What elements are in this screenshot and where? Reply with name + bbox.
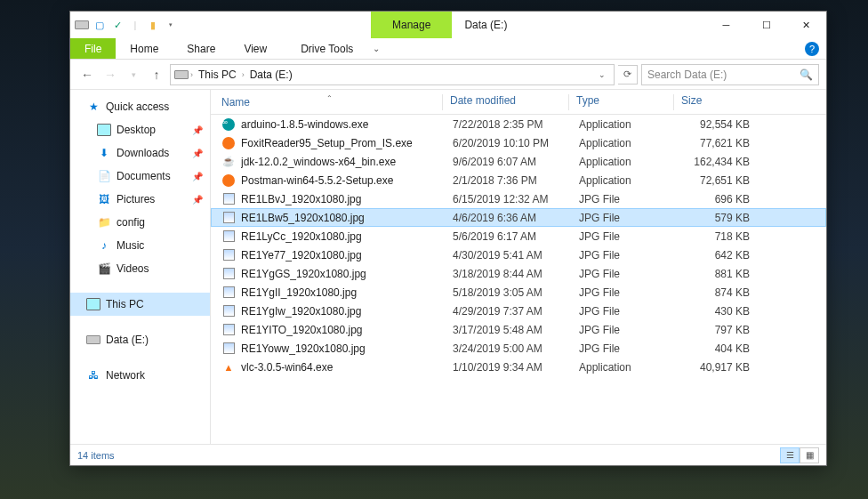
file-row[interactable]: RE1YgII_1920x1080.jpg5/18/2019 3:05 AMJP… [211,283,826,302]
file-row[interactable]: RE1YgGS_1920x1080.jpg3/18/2019 8:44 AMJP… [211,264,826,283]
address-dropdown-icon[interactable]: ⌄ [594,70,610,79]
view-tab[interactable]: View [229,38,281,59]
refresh-button[interactable]: ⟳ [618,65,638,85]
dropdown-icon[interactable]: ▾ [163,17,179,33]
file-date: 1/10/2019 9:34 AM [453,361,579,374]
drive-tools-tab[interactable]: Drive Tools [286,38,367,59]
file-row[interactable]: ∞arduino-1.8.5-windows.exe7/22/2018 2:35… [211,115,826,133]
file-tab[interactable]: File [70,38,116,59]
up-button[interactable]: ↑ [147,65,166,85]
file-name: vlc-3.0.5-win64.exe [241,361,453,374]
file-date: 4/6/2019 6:36 AM [453,212,579,224]
music-icon: ♪ [97,238,111,253]
file-name: jdk-12.0.2_windows-x64_bin.exe [241,156,453,168]
breadcrumb-pc[interactable]: This PC [195,68,240,81]
drive-icon [174,68,189,82]
collapse-ribbon-icon[interactable]: ⌄ [367,38,385,59]
image-file-icon [221,342,236,356]
file-row[interactable]: RE1YITO_1920x1080.jpg3/17/2019 5:48 AMJP… [211,320,826,339]
minimize-button[interactable]: ─ [706,12,746,38]
help-icon[interactable]: ? [805,42,819,56]
file-row[interactable]: Postman-win64-5.5.2-Setup.exe2/1/2018 7:… [211,171,826,189]
file-size: 696 KB [684,193,750,205]
postman-icon [221,173,236,188]
window-title: Data (E:) [452,12,519,38]
separator: | [127,17,143,33]
file-row[interactable]: ☕jdk-12.0.2_windows-x64_bin.exe9/6/2019 … [211,152,826,171]
file-name: RE1Yoww_1920x1080.jpg [241,342,453,355]
file-size: 162,434 KB [684,156,750,168]
pin-icon: 📌 [192,125,203,135]
nav-item-label: config [117,216,145,229]
nav-item-downloads[interactable]: ⬇Downloads📌 [70,141,210,165]
file-row[interactable]: FoxitReader95_Setup_Prom_IS.exe6/20/2019… [211,133,826,152]
forward-button[interactable]: → [100,65,120,85]
file-row[interactable]: RE1LyCc_1920x1080.jpg5/6/2019 6:17 AMJPG… [211,227,826,245]
vlc-icon: ▲ [221,360,236,374]
file-row[interactable]: RE1Ye77_1920x1080.jpg4/30/2019 5:41 AMJP… [211,245,826,264]
column-header-date[interactable]: Date modified [442,94,568,110]
file-name: Postman-win64-5.5.2-Setup.exe [241,174,453,187]
nav-network[interactable]: 🖧 Network [70,364,210,387]
nav-data-drive[interactable]: Data (E:) [70,328,210,351]
manage-contextual-tab[interactable]: Manage [371,12,452,38]
file-row[interactable]: RE1LBw5_1920x1080.jpg4/6/2019 6:36 AMJPG… [211,208,826,227]
image-file-icon [221,323,236,337]
file-row[interactable]: RE1YgIw_1920x1080.jpg4/29/2019 7:37 AMJP… [211,302,826,320]
file-type: Application [579,156,684,168]
search-icon[interactable]: 🔍 [800,68,813,81]
explorer-window: ▢ ✓ | ▮ ▾ Manage Data (E:) ─ ☐ ✕ File Ho… [69,11,827,466]
folder-icon[interactable]: ▮ [145,17,161,33]
close-button[interactable]: ✕ [786,12,826,38]
breadcrumb-bar[interactable]: › This PC › Data (E:) ⌄ [170,64,615,85]
search-input[interactable]: Search Data (E:) 🔍 [641,64,819,85]
image-file-icon [221,248,236,262]
pin-icon: 📌 [192,195,203,205]
file-type: JPG File [579,342,684,355]
documents-icon: 📄 [97,169,111,183]
chevron-right-icon[interactable]: › [190,70,193,79]
file-size: 77,621 KB [684,137,750,149]
thumbnails-view-button[interactable]: ▦ [800,447,819,463]
file-type: Application [579,118,684,131]
nav-item-desktop[interactable]: Desktop📌 [70,118,210,141]
file-row[interactable]: RE1LBvJ_1920x1080.jpg6/15/2019 12:32 AMJ… [211,189,826,208]
star-icon: ★ [86,100,100,114]
share-tab[interactable]: Share [173,38,229,59]
details-view-button[interactable]: ☰ [780,447,800,463]
save-icon[interactable]: ▢ [92,17,108,33]
ribbon: File Home Share View Drive Tools ⌄ ? [70,38,826,60]
quick-access[interactable]: ★ Quick access [70,95,210,118]
file-date: 4/29/2019 7:37 AM [453,305,579,318]
file-name: RE1LBvJ_1920x1080.jpg [241,193,453,205]
file-list[interactable]: ∞arduino-1.8.5-windows.exe7/22/2018 2:35… [211,115,826,444]
chevron-right-icon[interactable]: › [242,70,245,79]
nav-item-documents[interactable]: 📄Documents📌 [70,165,210,188]
maximize-button[interactable]: ☐ [746,12,786,38]
column-header-size[interactable]: Size [673,94,744,110]
back-button[interactable]: ← [77,65,97,85]
nav-item-config[interactable]: 📁config [70,211,210,234]
recent-dropdown[interactable]: ▾ [124,65,143,85]
pin-icon: 📌 [192,172,203,181]
foxit-icon [221,136,236,150]
column-header-type[interactable]: Type [568,94,673,110]
nav-item-pictures[interactable]: 🖼Pictures📌 [70,188,210,211]
nav-this-pc[interactable]: This PC [70,293,210,316]
file-size: 92,554 KB [684,118,750,131]
file-row[interactable]: RE1Yoww_1920x1080.jpg3/24/2019 5:00 AMJP… [211,339,826,358]
content-pane: ⌃ Name Date modified Type Size ∞arduino-… [211,90,826,444]
breadcrumb-drive[interactable]: Data (E:) [246,68,296,81]
file-row[interactable]: ▲vlc-3.0.5-win64.exe1/10/2019 9:34 AMApp… [211,358,826,376]
checkbox-icon[interactable]: ✓ [109,17,125,33]
home-tab[interactable]: Home [116,38,173,59]
file-name: RE1YgGS_1920x1080.jpg [241,268,453,280]
pin-icon: 📌 [192,149,203,158]
nav-item-music[interactable]: ♪Music [70,234,210,257]
column-headers: ⌃ Name Date modified Type Size [211,90,826,115]
image-file-icon [221,286,236,300]
nav-item-label: Downloads [117,147,169,159]
column-header-name[interactable]: ⌃ Name [211,96,442,109]
nav-item-label: Music [117,239,144,252]
nav-item-videos[interactable]: 🎬Videos [70,257,210,280]
